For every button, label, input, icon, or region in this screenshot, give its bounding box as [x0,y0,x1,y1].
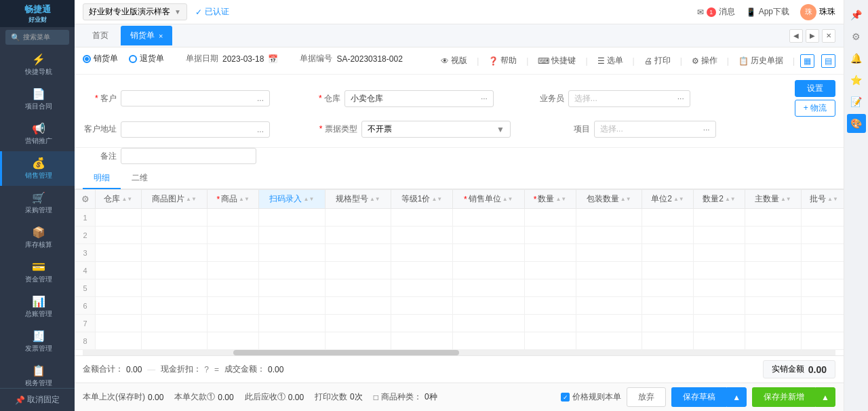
horizontal-scrollbar[interactable] [83,350,835,355]
sidebar-item-finance[interactable]: 💳 资金管理 [0,255,75,290]
tab-nav-prev[interactable]: ◀ [789,29,803,43]
cell-r8-c5[interactable] [391,332,453,350]
sidebar-item-ledger[interactable]: 📊 总账管理 [0,290,75,324]
cell-r2-c8[interactable] [576,227,642,244]
tab-nav-next[interactable]: ▶ [806,29,819,43]
cell-r8-c0[interactable] [96,332,142,350]
layout-btn-2[interactable]: ▤ [821,54,835,68]
project-input[interactable]: 选择... ··· [594,121,716,138]
cell-r5-c6[interactable] [452,279,524,297]
calendar-icon[interactable]: 📅 [268,54,278,64]
settings-btn[interactable]: 设置 [795,80,835,97]
save-draft-btn[interactable]: 保存草稿 [671,387,726,407]
cell-r6-c9[interactable] [642,297,693,315]
cell-r3-c7[interactable] [524,244,576,262]
customer-input[interactable]: ... [121,90,270,106]
staff-input[interactable]: 选择... ··· [568,90,690,107]
cell-r1-c8[interactable] [576,209,642,227]
cell-r8-c2[interactable] [208,332,259,350]
user-menu[interactable]: 珠 珠珠 [800,4,835,20]
tab-2d[interactable]: 二维 [121,168,159,189]
cell-r6-c8[interactable] [576,297,642,315]
customer-dots[interactable]: ... [257,94,264,103]
cell-r1-c9[interactable] [642,209,693,227]
cell-r3-c4[interactable] [325,244,391,262]
cell-r1-c4[interactable] [325,209,391,227]
history-btn[interactable]: 📋 历史单据 [734,54,787,68]
cell-r6-c12[interactable] [801,297,844,315]
staff-dots[interactable]: ··· [677,94,684,103]
cell-r6-c0[interactable] [96,297,142,315]
right-panel-settings[interactable]: ⚙ [847,27,866,46]
radio-return[interactable]: 退货单 [129,53,164,64]
cell-r1-c3[interactable] [259,209,325,227]
logistics-btn[interactable]: + 物流 [795,100,835,117]
save-draft-arrow[interactable]: ▲ [726,387,747,407]
sidebar-item-purchase[interactable]: 🛒 采购管理 [0,186,75,220]
cell-r3-c1[interactable] [141,244,207,262]
cell-r4-c1[interactable] [141,262,207,279]
cell-r7-c9[interactable] [642,315,693,332]
cell-r6-c3[interactable] [259,297,325,315]
cell-r7-c7[interactable] [524,315,576,332]
cell-r7-c0[interactable] [96,315,142,332]
sidebar-item-project[interactable]: 📄 项目合同 [0,82,75,117]
sidebar-item-quick-nav[interactable]: ⚡ 快捷导航 [0,47,75,82]
cell-r5-c2[interactable] [208,279,259,297]
save-new-btn[interactable]: 保存并新增 [752,387,815,407]
warehouse-input[interactable]: 小卖仓库 ··· [344,90,494,107]
cell-r8-c11[interactable] [745,332,802,350]
invoice-select[interactable]: 不开票 ▼ [361,121,511,138]
note-input[interactable] [121,148,256,164]
sidebar-item-marketing[interactable]: 📢 营销推广 [0,117,75,151]
radio-sales[interactable]: 销货单 [83,53,118,64]
discard-btn[interactable]: 放弃 [627,387,666,407]
cell-r3-c8[interactable] [576,244,642,262]
cell-r1-c6[interactable] [452,209,524,227]
cell-r7-c3[interactable] [259,315,325,332]
cell-r1-c11[interactable] [745,209,802,227]
search-menu-item[interactable]: 🔍 搜索菜单 [5,30,69,45]
cell-r4-c6[interactable] [452,262,524,279]
help-icon[interactable]: ? [204,365,209,374]
cell-r3-c3[interactable] [259,244,325,262]
cell-r5-c3[interactable] [259,279,325,297]
cell-r7-c11[interactable] [745,315,802,332]
cell-r8-c6[interactable] [452,332,524,350]
cell-r6-c4[interactable] [325,297,391,315]
print-btn[interactable]: 🖨 打印 [640,54,675,68]
gear-col-icon[interactable]: ⚙ [81,194,90,204]
cell-r2-c1[interactable] [141,227,207,244]
cell-r4-c4[interactable] [325,262,391,279]
cell-r8-c12[interactable] [801,332,844,350]
cell-r4-c10[interactable] [694,262,745,279]
cell-r6-c6[interactable] [452,297,524,315]
cell-r7-c6[interactable] [452,315,524,332]
right-panel-pin[interactable]: 📌 [847,5,866,24]
cell-r8-c1[interactable] [141,332,207,350]
cell-r2-c9[interactable] [642,227,693,244]
tab-detail[interactable]: 明细 [83,168,121,189]
cell-r4-c5[interactable] [391,262,453,279]
cell-r6-c1[interactable] [141,297,207,315]
cell-r4-c8[interactable] [576,262,642,279]
address-input[interactable]: ... [121,121,270,138]
cell-r5-c10[interactable] [694,279,745,297]
project-dots[interactable]: ··· [703,125,710,134]
cancel-pin-item[interactable]: 📌 取消固定 [15,394,60,406]
cell-r1-c5[interactable] [391,209,453,227]
tab-close-icon[interactable]: × [159,32,163,40]
cell-r2-c12[interactable] [801,227,844,244]
right-panel-star[interactable]: ⭐ [847,71,866,90]
layout-btn-1[interactable]: ▦ [800,54,814,68]
help-btn[interactable]: ❓ 帮助 [484,54,521,68]
cell-r7-c12[interactable] [801,315,844,332]
cell-r3-c9[interactable] [642,244,693,262]
right-panel-notify[interactable]: 🔔 [847,49,866,68]
cell-r6-c5[interactable] [391,297,453,315]
cell-r5-c12[interactable] [801,279,844,297]
cell-r4-c7[interactable] [524,262,576,279]
cell-r4-c2[interactable] [208,262,259,279]
price-check-label[interactable]: ✓ 价格规则本单 [561,391,621,403]
cell-r7-c8[interactable] [576,315,642,332]
